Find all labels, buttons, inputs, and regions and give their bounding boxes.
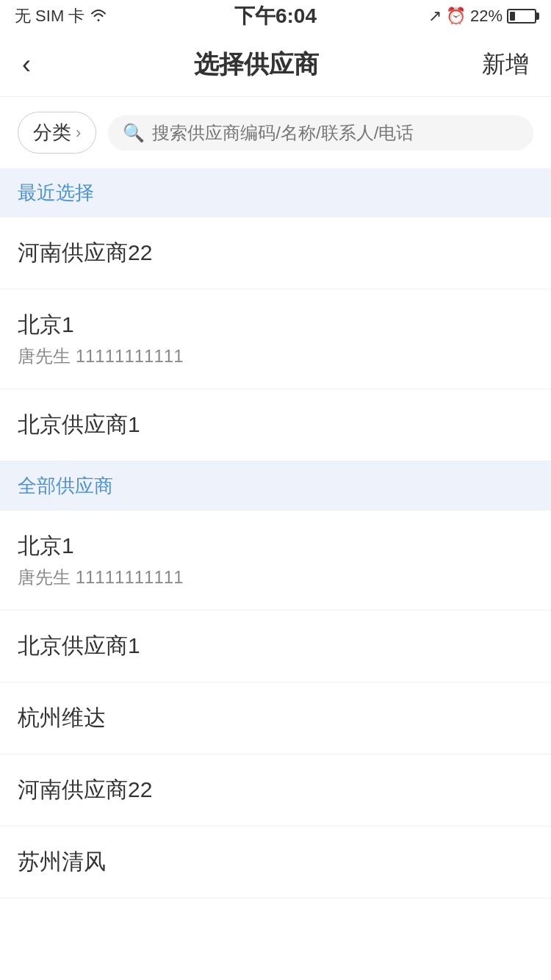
list-item[interactable]: 北京供应商1 [0, 610, 551, 682]
recent-section-header: 最近选择 [0, 168, 551, 217]
category-button[interactable]: 分类 › [18, 112, 96, 154]
category-label: 分类 [33, 120, 71, 145]
item-name: 苏州清风 [18, 847, 533, 877]
page-title: 选择供应商 [194, 48, 319, 82]
list-item[interactable]: 北京1唐先生 11111111111 [0, 511, 551, 610]
battery-icon [507, 9, 536, 24]
item-name: 河南供应商22 [18, 238, 533, 268]
alarm-icon: ⏰ [446, 7, 466, 26]
item-name: 北京供应商1 [18, 631, 533, 661]
item-name: 北京1 [18, 531, 533, 561]
item-name: 河南供应商22 [18, 775, 533, 805]
recent-list: 河南供应商22北京1唐先生 11111111111北京供应商1 [0, 217, 551, 461]
all-list: 北京1唐先生 11111111111北京供应商1杭州维达河南供应商22苏州清风 [0, 511, 551, 898]
item-name: 杭州维达 [18, 703, 533, 733]
list-item[interactable]: 河南供应商22 [0, 217, 551, 289]
search-bar: 分类 › 🔍 [0, 97, 551, 168]
item-name: 北京1 [18, 310, 533, 340]
status-right: ↗ ⏰ 22% [428, 7, 536, 26]
list-item[interactable]: 杭州维达 [0, 682, 551, 754]
carrier-label: 无 SIM 卡 [15, 5, 84, 27]
item-sub: 唐先生 11111111111 [18, 345, 533, 368]
status-time: 下午6:04 [234, 2, 317, 30]
wifi-icon [90, 7, 107, 26]
status-bar: 无 SIM 卡 下午6:04 ↗ ⏰ 22% [0, 0, 551, 32]
location-icon: ↗ [428, 7, 442, 26]
list-item[interactable]: 北京供应商1 [0, 389, 551, 461]
list-item[interactable]: 河南供应商22 [0, 754, 551, 826]
battery-label: 22% [470, 7, 503, 26]
all-section-header: 全部供应商 [0, 461, 551, 511]
back-button[interactable]: ‹ [22, 49, 31, 80]
status-left: 无 SIM 卡 [15, 5, 107, 27]
add-button[interactable]: 新增 [482, 48, 529, 81]
nav-bar: ‹ 选择供应商 新增 [0, 32, 551, 97]
list-item[interactable]: 苏州清风 [0, 826, 551, 898]
search-icon: 🔍 [123, 123, 145, 143]
item-sub: 唐先生 11111111111 [18, 566, 533, 589]
category-arrow-icon: › [76, 123, 81, 143]
item-name: 北京供应商1 [18, 410, 533, 440]
search-input[interactable] [152, 123, 519, 143]
list-item[interactable]: 北京1唐先生 11111111111 [0, 289, 551, 389]
search-input-wrap[interactable]: 🔍 [108, 115, 533, 151]
